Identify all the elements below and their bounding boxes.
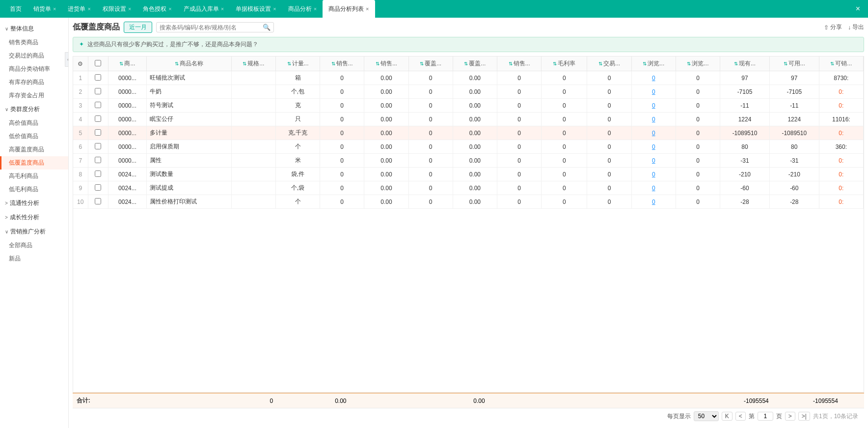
row-select-checkbox[interactable] <box>95 115 101 122</box>
row-view1[interactable]: 0 <box>631 168 676 181</box>
sidebar-item-in-stock[interactable]: 有库存的商品 <box>0 76 68 89</box>
row-select-checkbox[interactable] <box>95 184 101 191</box>
cover1-column-header[interactable]: ⇅覆盖... <box>408 57 453 71</box>
sales-amt-column-header[interactable]: ⇅销售... <box>364 57 408 71</box>
nav-close-sales[interactable]: × <box>53 6 56 12</box>
nav-close-permissions[interactable]: × <box>128 6 131 12</box>
nav-item-purchase[interactable]: 进货单 × <box>62 0 96 18</box>
row-view1[interactable]: 0 <box>631 99 676 113</box>
sidebar-item-sales-goods[interactable]: 销售类商品 <box>0 36 68 49</box>
nav-close-products[interactable]: × <box>221 6 224 12</box>
row-view1[interactable]: 0 <box>631 71 676 85</box>
sidebar-item-high-margin[interactable]: 高毛利商品 <box>0 170 68 183</box>
prev-page-button[interactable]: < <box>735 412 746 421</box>
row-checkbox[interactable] <box>88 195 108 209</box>
row-select-checkbox[interactable] <box>95 157 101 163</box>
sidebar-collapse-button[interactable]: « <box>65 52 69 67</box>
code-column-header[interactable]: ⇅商... <box>108 57 147 71</box>
row-view1[interactable]: 0 <box>631 140 676 154</box>
trade-column-header[interactable]: ⇅交易... <box>587 57 631 71</box>
nav-close-analysis-list[interactable]: × <box>366 6 369 12</box>
sidebar-item-high-coverage[interactable]: 高覆盖度商品 <box>0 143 68 156</box>
nav-close-analysis[interactable]: × <box>314 6 317 12</box>
row-view1[interactable]: 0 <box>631 181 676 195</box>
sidebar-item-category-rate[interactable]: 商品分类动销率 <box>0 62 68 76</box>
sales-days-column-header[interactable]: ⇅销售... <box>497 57 541 71</box>
sidebar-item-traded-goods[interactable]: 交易过的商品 <box>0 49 68 62</box>
row-view1[interactable]: 0 <box>631 85 676 99</box>
settings-column-header[interactable]: ⚙ <box>73 57 88 71</box>
nav-item-roles[interactable]: 角色授权 × <box>137 0 177 18</box>
page-input[interactable] <box>758 412 773 421</box>
last-page-button[interactable]: >| <box>798 412 810 421</box>
checkbox-column-header[interactable] <box>88 57 108 71</box>
sidebar-section-cluster[interactable]: ∨ 类群度分析 <box>0 102 68 116</box>
row-trade: 0 <box>587 113 631 126</box>
row-view1[interactable]: 0 <box>631 154 676 168</box>
nav-item-analysis-list[interactable]: 商品分析列表 × <box>323 0 375 18</box>
nav-item-home[interactable]: 首页 <box>4 0 27 18</box>
sidebar-section-liquidity[interactable]: > 流通性分析 <box>0 196 68 210</box>
row-view1[interactable]: 0 <box>631 195 676 209</box>
row-checkbox[interactable] <box>88 154 108 168</box>
search-icon[interactable]: 🔍 <box>263 24 271 31</box>
nav-item-permissions[interactable]: 权限设置 × <box>97 0 137 18</box>
row-checkbox[interactable] <box>88 85 108 99</box>
nav-item-templates[interactable]: 单据模板设置 × <box>230 0 282 18</box>
nav-close-purchase[interactable]: × <box>87 6 90 12</box>
row-select-checkbox[interactable] <box>95 143 101 149</box>
row-select-checkbox[interactable] <box>95 171 101 177</box>
select-all-checkbox[interactable] <box>95 60 101 66</box>
name-column-header[interactable]: ⇅商品名称 <box>147 57 231 71</box>
gross-margin-column-header[interactable]: ⇅毛利率 <box>542 57 587 71</box>
export-button[interactable]: ↓ 导出 <box>848 23 864 31</box>
filter-recent-month-button[interactable]: 近一月 <box>124 22 152 33</box>
view1-column-header[interactable]: ⇅浏览... <box>631 57 676 71</box>
row-select-checkbox[interactable] <box>95 102 101 108</box>
spec-column-header[interactable]: ⇅规格... <box>231 57 275 71</box>
first-page-button[interactable]: K <box>722 412 732 421</box>
next-page-button[interactable]: > <box>785 412 795 421</box>
row-select-checkbox[interactable] <box>95 74 101 81</box>
close-all-button[interactable]: × <box>852 4 864 13</box>
row-view1[interactable]: 0 <box>631 113 676 126</box>
available-qty-column-header[interactable]: ⇅可用... <box>769 57 819 71</box>
sidebar-item-high-value[interactable]: 高价值商品 <box>0 116 68 130</box>
row-select-checkbox[interactable] <box>95 198 101 204</box>
row-view1[interactable]: 0 <box>631 126 676 140</box>
row-checkbox[interactable] <box>88 71 108 85</box>
sales-qty-column-header[interactable]: ⇅销售... <box>320 57 364 71</box>
nav-item-analysis[interactable]: 商品分析 × <box>282 0 323 18</box>
unit-column-header[interactable]: ⇅计量... <box>275 57 320 71</box>
sidebar-item-new-goods[interactable]: 新品 <box>0 252 68 265</box>
sidebar-item-low-margin[interactable]: 低毛利商品 <box>0 183 68 196</box>
per-page-select[interactable]: 50 20 100 <box>694 411 719 421</box>
sidebar-item-all-goods[interactable]: 全部商品 <box>0 239 68 252</box>
row-select-checkbox[interactable] <box>95 129 101 136</box>
row-name: 属性价格打印测试 <box>147 195 231 209</box>
row-checkbox[interactable] <box>88 168 108 181</box>
sellable-column-header[interactable]: ⇅可销... <box>819 57 863 71</box>
sidebar-section-marketing[interactable]: ∨ 营销推广分析 <box>0 225 68 239</box>
row-checkbox[interactable] <box>88 140 108 154</box>
sidebar-section-overall[interactable]: ∨ 整体信息 <box>0 22 68 36</box>
sidebar-item-low-value[interactable]: 低价值商品 <box>0 130 68 143</box>
row-checkbox[interactable] <box>88 113 108 126</box>
nav-item-sales[interactable]: 销货单 × <box>27 0 62 18</box>
nav-close-roles[interactable]: × <box>168 6 171 12</box>
row-checkbox[interactable] <box>88 126 108 140</box>
nav-close-templates[interactable]: × <box>273 6 276 12</box>
sidebar-section-growth[interactable]: > 成长性分析 <box>0 210 68 225</box>
sidebar-item-inventory-capital[interactable]: 库存资金占用 <box>0 89 68 102</box>
row-checkbox[interactable] <box>88 99 108 113</box>
view2-column-header[interactable]: ⇅浏览... <box>676 57 720 71</box>
nav-item-products[interactable]: 产成品入库单 × <box>178 0 230 18</box>
sidebar-item-low-coverage[interactable]: 低覆盖度商品 <box>0 156 68 170</box>
search-input[interactable] <box>160 24 263 31</box>
cover2-column-header[interactable]: ⇅覆盖... <box>453 57 497 71</box>
share-button[interactable]: ⇧ 分享 <box>824 23 842 31</box>
row-checkbox[interactable] <box>88 181 108 195</box>
row-select-checkbox[interactable] <box>95 88 101 94</box>
row-spec <box>231 195 275 209</box>
current-qty-column-header[interactable]: ⇅现有... <box>720 57 770 71</box>
